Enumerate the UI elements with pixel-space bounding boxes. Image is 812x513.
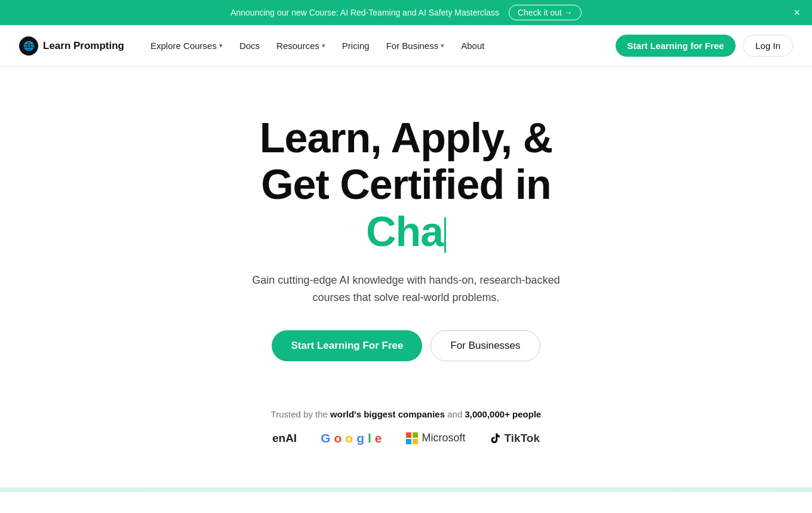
nav-start-learning-button[interactable]: Start Learning for Free <box>616 35 736 57</box>
navbar: 🌐 Learn Prompting Explore Courses ▾ Docs… <box>0 25 812 67</box>
cursor-blink <box>444 217 446 253</box>
nav-for-business[interactable]: For Business ▾ <box>379 36 452 56</box>
chevron-down-icon: ▾ <box>322 42 325 50</box>
hero-businesses-button[interactable]: For Businesses <box>430 330 540 361</box>
nav-explore-courses[interactable]: Explore Courses ▾ <box>143 36 230 56</box>
google-logo: Google <box>321 431 382 446</box>
hero-title-line1: Learn, Apply, & <box>260 115 553 161</box>
trust-text: Trusted by the world's biggest companies… <box>271 409 542 419</box>
hero-start-button[interactable]: Start Learning For Free <box>272 330 422 361</box>
hero-title-accent: Cha <box>366 208 446 255</box>
bottom-stripe <box>0 487 812 492</box>
hero-section: Learn, Apply, & Get Certified in Cha Gai… <box>0 67 812 397</box>
logo-link[interactable]: 🌐 Learn Prompting <box>19 36 124 56</box>
nav-pricing[interactable]: Pricing <box>335 36 377 56</box>
logo-icon: 🌐 <box>19 36 38 56</box>
nav-actions: Start Learning for Free Log In <box>616 35 793 57</box>
chevron-down-icon: ▾ <box>219 42 223 50</box>
hero-subtitle: Gain cutting-edge AI knowledge with hand… <box>239 272 573 306</box>
announcement-text: Announcing our new Course: AI Red-Teamin… <box>230 8 499 17</box>
chevron-down-icon: ▾ <box>441 42 444 50</box>
nav-about[interactable]: About <box>454 36 491 56</box>
hero-buttons: Start Learning For Free For Businesses <box>272 330 540 361</box>
announcement-bar: Announcing our new Course: AI Red-Teamin… <box>0 0 812 25</box>
check-it-out-button[interactable]: Check it out → <box>509 5 582 20</box>
nav-resources[interactable]: Resources ▾ <box>269 36 333 56</box>
microsoft-grid-icon <box>406 432 418 444</box>
nav-docs[interactable]: Docs <box>232 36 267 56</box>
tiktok-icon <box>490 432 502 444</box>
nav-login-button[interactable]: Log In <box>743 35 793 57</box>
openai-logo: enAI <box>272 432 297 445</box>
nav-links: Explore Courses ▾ Docs Resources ▾ Prici… <box>143 36 616 56</box>
tiktok-logo: TikTok <box>490 432 540 445</box>
close-announcement-button[interactable]: × <box>793 7 800 18</box>
logo-text: Learn Prompting <box>43 40 124 52</box>
microsoft-logo: Microsoft <box>406 432 466 444</box>
trust-section: Trusted by the world's biggest companies… <box>0 397 812 481</box>
hero-title-line2: Get Certified in <box>261 161 551 208</box>
hero-title: Learn, Apply, & Get Certified in Cha <box>260 115 553 255</box>
trust-logos: enAI Google Microsoft TikTok <box>272 431 540 446</box>
